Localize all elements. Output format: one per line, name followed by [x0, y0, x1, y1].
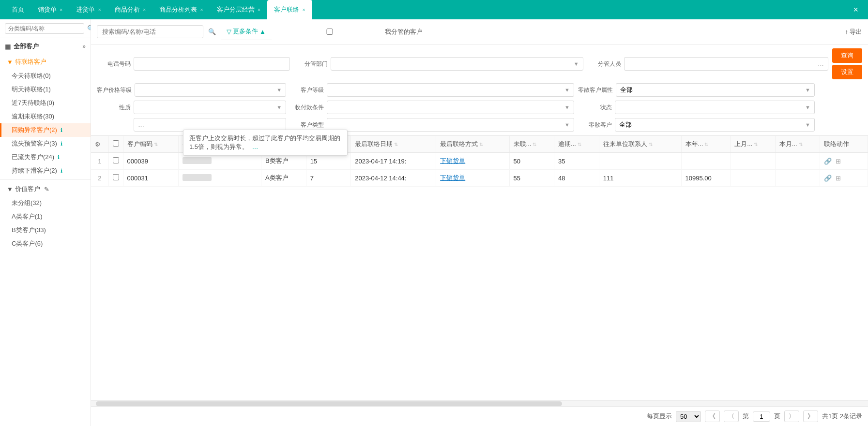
row-checkbox-2[interactable] [108, 170, 123, 187]
customer-type-select[interactable]: ▼ [327, 118, 574, 132]
phone-input[interactable] [134, 57, 290, 71]
row-2-checkbox[interactable] [113, 174, 119, 180]
edit-icon[interactable]: ✎ [44, 186, 49, 193]
row-2-grid-icon[interactable]: ⊞ [836, 175, 841, 182]
last-page-button[interactable]: 》 [803, 411, 818, 422]
window-close-button[interactable]: × [848, 5, 863, 15]
th-last-contact-date[interactable]: 最后联络日期 ⇅ [351, 136, 436, 153]
th-uncontacted[interactable]: 未联... ⇅ [509, 136, 554, 153]
sidebar-a-class[interactable]: A类客户(1) [0, 210, 91, 223]
search-button[interactable]: 🔍 [208, 28, 216, 35]
price-level-label: 客户价格等级 [97, 86, 132, 94]
sidebar-churned[interactable]: 已流失客户(24) ℹ [0, 150, 91, 164]
th-last-contact-method[interactable]: 最后联络方式 ⇅ [436, 136, 509, 153]
filter-payment-field: 收付款条件 ▼ [290, 101, 574, 114]
status-select[interactable]: ▼ [615, 101, 815, 114]
close-customer-segmentation-icon[interactable]: × [258, 7, 260, 13]
export-icon: ↑ [845, 28, 849, 35]
th-checkbox [108, 136, 123, 153]
collapse-icon: » [82, 43, 86, 50]
th-this-month[interactable]: 本月... ⇅ [775, 136, 820, 153]
select-all-checkbox[interactable] [113, 140, 119, 147]
bottom-bar: 每页显示 50 100 200 《 〈 第 页 〉 》 共1页 2条记录 [91, 406, 868, 426]
row-1-action-icons: 🔗 ⊞ [824, 158, 864, 165]
row-1-uncontacted: 50 [509, 153, 554, 170]
sidebar-b-class[interactable]: B类客户(33) [0, 223, 91, 237]
query-button[interactable]: 查询 [832, 48, 862, 63]
th-contact-person[interactable]: 往来单位联系人 ⇅ [599, 136, 681, 153]
sidebar-churn-warning[interactable]: 流失预警客户(3) ℹ [0, 137, 91, 150]
row-2-overdue: 48 [554, 170, 599, 187]
sidebar-overdue-contact[interactable]: 逾期未联络(30) [0, 110, 91, 123]
export-button[interactable]: ↑ 导出 [845, 28, 863, 36]
nav-customer-segmentation[interactable]: 客户分层经营 × [210, 0, 267, 19]
sidebar-c-class[interactable]: C类客户(6) [0, 237, 91, 250]
retail-attr-select[interactable]: 全部 ▼ [616, 83, 815, 97]
my-customers-checkbox-label[interactable]: 我分管的客户 [276, 28, 423, 36]
sidebar-tomorrow-contact[interactable]: 明天待联络(1) [0, 83, 91, 96]
dept-select[interactable]: ▼ [331, 57, 583, 71]
nav-home[interactable]: 首页 [5, 0, 31, 19]
th-code[interactable]: 客户编码 ⇅ [123, 136, 178, 153]
close-sales-order-icon[interactable]: × [60, 7, 62, 13]
close-product-analysis-list-icon[interactable]: × [200, 7, 203, 13]
th-this-year[interactable]: 本年... ⇅ [681, 136, 731, 153]
nav-sales-order[interactable]: 销货单 × [31, 0, 69, 19]
th-overdue[interactable]: 逾期... ⇅ [554, 136, 599, 153]
sidebar-ungrouped[interactable]: 未分组(32) [0, 196, 91, 210]
sidebar-all-customers[interactable]: ▦ 全部客户 » [0, 38, 91, 55]
payment-select[interactable]: ▼ [327, 101, 574, 114]
sort-icon-date: ⇅ [394, 142, 398, 147]
row-1-last-month [731, 153, 776, 170]
row-2-contact-person: 111 [599, 170, 681, 187]
main-layout: 🔍 ▦ 全部客户 » ▼ 待联络客户 今天待联络(0) 明天待联络(1) 近7天… [0, 19, 868, 426]
person-input[interactable]: … [624, 57, 828, 71]
sidebar-value-customers-section[interactable]: ▼ 价值客户 ✎ [0, 182, 91, 196]
nav-customer-contact[interactable]: 客户联络 × [267, 0, 312, 19]
row-checkbox-1[interactable] [108, 153, 123, 170]
row-1-last-contact-method[interactable]: 下销货单 [436, 153, 509, 170]
scrollbar-thumb[interactable] [96, 401, 562, 406]
row-2-actions: 🔗 ⊞ [820, 170, 868, 187]
nav-purchase-order[interactable]: 进货单 × [69, 0, 107, 19]
prev-page-button[interactable]: 〈 [724, 411, 739, 422]
sidebar-pending-contact-section[interactable]: ▼ 待联络客户 [0, 55, 91, 69]
close-customer-contact-icon[interactable]: × [302, 7, 305, 13]
page-size-label: 每页显示 [647, 412, 672, 421]
search-input[interactable] [97, 25, 203, 38]
first-page-button[interactable]: 《 [705, 411, 720, 422]
row-2-code: 000031 [123, 170, 178, 187]
retail-customer-select[interactable]: 全部 ▼ [615, 118, 815, 132]
more-conditions-button[interactable]: ▽ 更多条件 ▲ [221, 23, 272, 40]
row-2-link-icon[interactable]: 🔗 [824, 175, 832, 182]
horizontal-scrollbar[interactable] [91, 400, 868, 406]
row-1-last-contact-date: 2023-04-17 14:19: [351, 153, 436, 170]
my-customers-checkbox[interactable] [276, 29, 383, 35]
nav-product-analysis[interactable]: 商品分析 × [108, 0, 152, 19]
page-size-select[interactable]: 50 100 200 [676, 411, 701, 422]
nav-product-analysis-list[interactable]: 商品分析列表 × [152, 0, 210, 19]
next-page-button[interactable]: 〉 [784, 411, 799, 422]
sidebar-7day-contact[interactable]: 近7天待联络(0) [0, 96, 91, 110]
page-input[interactable] [753, 411, 770, 422]
customer-level-select[interactable]: ▼ [327, 83, 574, 97]
sidebar-today-contact[interactable]: 今天待联络(0) [0, 69, 91, 83]
sidebar-declining[interactable]: 持续下滑客户(2) ℹ [0, 164, 91, 177]
row-1-link-icon[interactable]: 🔗 [824, 158, 832, 165]
setting-button[interactable]: 设置 [832, 65, 862, 79]
tooltip-box: 距客户上次交易时长，超过了此客户的平均交易周期的1.5倍，则视为异常。 … [183, 130, 348, 156]
row-1-grid-icon[interactable]: ⊞ [836, 158, 841, 165]
filter-person-field: 分管人员 … [587, 57, 828, 71]
sort-icon-contact-person: ⇅ [649, 142, 653, 147]
sidebar-search-icon[interactable]: 🔍 [87, 25, 91, 32]
close-product-analysis-icon[interactable]: × [143, 7, 146, 13]
nature-select[interactable]: ▼ [134, 101, 286, 114]
price-level-select[interactable]: ▼ [135, 83, 286, 97]
sidebar-repurchase-abnormal[interactable]: 回购异常客户(2) ℹ [0, 123, 91, 137]
th-gear[interactable]: ⚙ [91, 136, 108, 153]
sidebar-search-input[interactable] [5, 23, 84, 34]
row-1-checkbox[interactable] [113, 157, 119, 163]
row-2-last-contact-method[interactable]: 下销货单 [436, 170, 509, 187]
th-last-month[interactable]: 上月... ⇅ [731, 136, 776, 153]
close-purchase-order-icon[interactable]: × [98, 7, 101, 13]
